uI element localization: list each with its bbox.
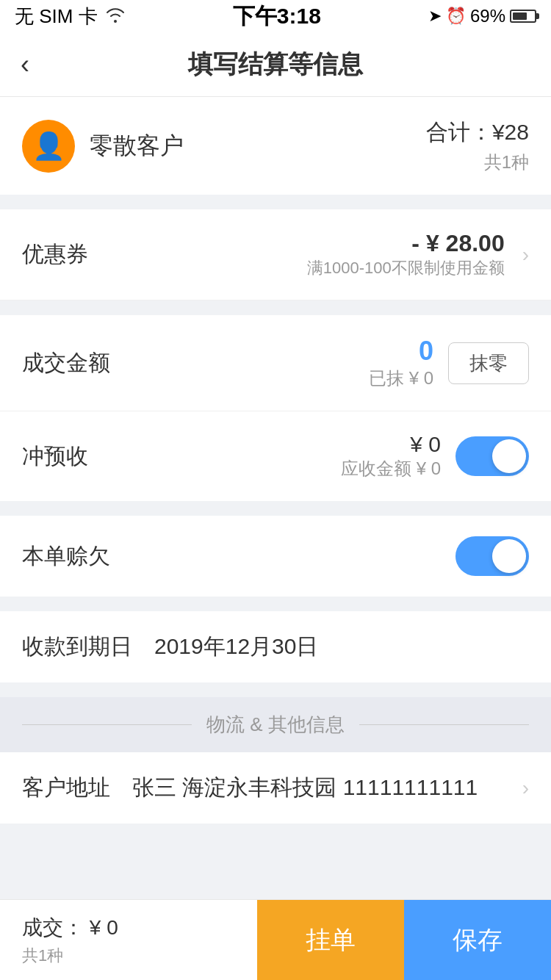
debt-toggle[interactable] [455, 536, 529, 576]
status-time: 下午3:18 [233, 1, 321, 32]
debt-label: 本单赊欠 [22, 541, 110, 572]
address-value: 张三 海淀永丰科技园 11111111111 [132, 773, 516, 803]
coupon-right: - ¥ 28.00 满1000-100不限制使用金额 › [307, 230, 529, 279]
transaction-amount-right: 0 已抹 ¥ 0 抹零 [369, 336, 529, 390]
prereceipt-values: ¥ 0 应收金额 ¥ 0 [341, 432, 441, 480]
prereceipt-row: 冲预收 ¥ 0 应收金额 ¥ 0 [0, 411, 551, 501]
customer-left: 👤 零散客户 [22, 120, 184, 173]
customer-right: 合计：¥28 共1种 [426, 118, 529, 174]
prereceipt-amount: ¥ 0 [341, 432, 441, 457]
customer-row: 👤 零散客户 合计：¥28 共1种 [0, 97, 551, 195]
transaction-amount-sub: 已抹 ¥ 0 [369, 367, 433, 390]
customer-avatar: 👤 [22, 120, 75, 173]
coupon-section[interactable]: 优惠券 - ¥ 28.00 满1000-100不限制使用金额 › [0, 209, 551, 300]
prereceipt-toggle[interactable] [455, 436, 529, 476]
save-button[interactable]: 保存 [404, 900, 551, 981]
bottom-deal-row: 成交： ¥ 0 [22, 914, 235, 942]
debt-toggle-knob [492, 539, 526, 573]
coupon-values: - ¥ 28.00 满1000-100不限制使用金额 [307, 230, 505, 279]
prereceipt-sub: 应收金额 ¥ 0 [341, 457, 441, 480]
status-bar: 无 SIM 卡 下午3:18 ➤ ⏰ 69% [0, 0, 551, 32]
nav-bar: ‹ 填写结算等信息 [0, 32, 551, 97]
amount-section: 成交金额 0 已抹 ¥ 0 抹零 冲预收 ¥ 0 应收金额 ¥ 0 [0, 315, 551, 501]
page-title: 填写结算等信息 [188, 48, 363, 82]
customer-name: 零散客户 [90, 130, 184, 162]
transaction-amount-values: 0 已抹 ¥ 0 [369, 336, 433, 390]
bottom-deal-value: ¥ 0 [90, 916, 118, 939]
location-icon: ➤ [428, 7, 442, 26]
coupon-label: 优惠券 [22, 239, 88, 270]
bottom-info: 成交： ¥ 0 共1种 [0, 914, 257, 967]
address-chevron: › [522, 777, 529, 800]
battery-icon [510, 10, 536, 23]
debt-section: 本单赊欠 [0, 516, 551, 597]
transaction-amount-row: 成交金额 0 已抹 ¥ 0 抹零 [0, 315, 551, 411]
battery-text: 69% [470, 6, 505, 26]
divider-line-right [359, 724, 529, 725]
wifi-icon [105, 5, 126, 28]
carrier-text: 无 SIM 卡 [15, 4, 98, 29]
prereceipt-label: 冲预收 [22, 442, 88, 472]
address-section[interactable]: 客户地址 张三 海淀永丰科技园 11111111111 › [0, 752, 551, 824]
alarm-icon: ⏰ [446, 7, 466, 26]
duedate-label: 收款到期日 [22, 632, 132, 662]
logistics-divider: 物流 & 其他信息 [0, 697, 551, 752]
status-left: 无 SIM 卡 [15, 4, 126, 29]
coupon-desc: 满1000-100不限制使用金额 [307, 257, 505, 279]
status-right: ➤ ⏰ 69% [428, 6, 536, 26]
transaction-amount-value[interactable]: 0 [369, 336, 433, 367]
toggle-knob [492, 439, 526, 473]
bottom-bar: 成交： ¥ 0 共1种 挂单 保存 [0, 899, 551, 980]
back-button[interactable]: ‹ [21, 49, 29, 80]
divider-line-left [22, 724, 192, 725]
duedate-section: 收款到期日 2019年12月30日 [0, 611, 551, 682]
content: 👤 零散客户 合计：¥28 共1种 优惠券 - ¥ 28.00 满1000-10… [0, 97, 551, 980]
address-label: 客户地址 [22, 773, 110, 803]
transaction-amount-label: 成交金额 [22, 348, 110, 378]
customer-total: 合计：¥28 [426, 118, 529, 148]
coupon-amount: - ¥ 28.00 [307, 230, 505, 257]
duedate-row: 收款到期日 2019年12月30日 [22, 632, 529, 662]
bottom-count: 共1种 [22, 945, 235, 967]
avatar-icon: 👤 [32, 131, 65, 162]
round-off-button[interactable]: 抹零 [448, 342, 529, 384]
duedate-value[interactable]: 2019年12月30日 [154, 632, 318, 662]
customer-count: 共1种 [426, 151, 529, 174]
hold-button[interactable]: 挂单 [257, 900, 404, 981]
coupon-chevron: › [522, 243, 529, 267]
logistics-label: 物流 & 其他信息 [192, 712, 359, 738]
coupon-row[interactable]: 优惠券 - ¥ 28.00 满1000-100不限制使用金额 › [0, 209, 551, 300]
bottom-deal-label: 成交： [22, 916, 84, 939]
prereceipt-right: ¥ 0 应收金额 ¥ 0 [341, 432, 529, 480]
